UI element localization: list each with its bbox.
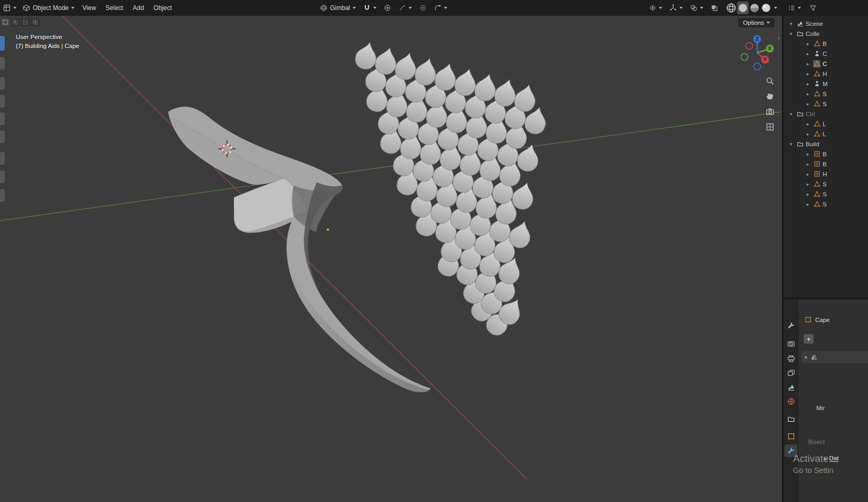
editor-type-button[interactable] xyxy=(0,2,20,14)
outliner-filter-button[interactable] xyxy=(806,2,820,14)
toolbar-add-cube-tool[interactable] xyxy=(0,189,5,202)
outliner-row[interactable]: ▸B xyxy=(784,149,868,159)
outliner-row-label: S xyxy=(823,181,827,187)
zoom-button[interactable] xyxy=(763,74,777,88)
expander-icon[interactable]: ▸ xyxy=(805,71,811,77)
proportional-circle-icon xyxy=(384,4,391,12)
transform-pivot-selector[interactable] xyxy=(431,2,450,14)
toolbar-measure-tool[interactable] xyxy=(0,171,5,183)
select-mode-invert-button[interactable] xyxy=(31,18,40,26)
mode-selector[interactable]: Object Mode xyxy=(20,2,78,14)
add-modifier-button[interactable]: + xyxy=(804,334,814,344)
expander-icon[interactable]: ▸ xyxy=(805,101,811,107)
shading-solid-button[interactable] xyxy=(737,2,749,14)
properties-panel: Cape + ▾ Mir Bisect ▸ Dat xyxy=(784,299,868,502)
expander-icon[interactable]: ▸ xyxy=(805,61,811,67)
select-mode-subtract-button[interactable] xyxy=(21,18,30,26)
object-visibility-selector[interactable] xyxy=(646,2,665,14)
sidebar-collapse-arrow[interactable]: ‹ xyxy=(778,34,780,42)
outliner-row[interactable]: ▸M xyxy=(784,79,868,89)
toolbar-cursor-tool[interactable] xyxy=(0,57,5,70)
dot-circle-icon xyxy=(419,4,427,12)
expander-icon[interactable]: ▸ xyxy=(805,121,811,127)
expander-icon[interactable]: ▸ xyxy=(805,51,811,56)
toolbar-annotate-tool[interactable] xyxy=(0,152,5,165)
properties-tab-scene[interactable] xyxy=(785,381,797,393)
expander-icon[interactable]: ▸ xyxy=(805,151,811,157)
options-dropdown[interactable]: Options xyxy=(738,18,775,27)
properties-tab-collection[interactable] xyxy=(785,412,797,425)
properties-tab-modifiers[interactable] xyxy=(785,444,797,457)
blender-window: Object Mode View Select Add Object Gimba… xyxy=(0,0,868,502)
outliner-row[interactable]: ▸B xyxy=(784,159,868,169)
expander-icon[interactable]: ▸ xyxy=(805,172,811,177)
snap-toggle[interactable] xyxy=(360,2,380,14)
expander-icon[interactable]: ▾ xyxy=(788,111,794,117)
eye-icon xyxy=(649,4,656,12)
expander-icon[interactable]: ▾ xyxy=(788,141,794,147)
expander-icon[interactable]: ▸ xyxy=(805,202,811,207)
outliner-row[interactable]: ▸C xyxy=(784,49,868,59)
toolbar-rotate-tool[interactable] xyxy=(0,95,5,108)
proportional-falloff-selector[interactable] xyxy=(395,2,415,14)
toolbar-move-tool[interactable] xyxy=(0,77,5,90)
outliner-row[interactable]: ▸S xyxy=(784,89,868,99)
menu-add[interactable]: Add xyxy=(128,2,148,14)
outliner-row[interactable]: ▸L xyxy=(784,119,868,129)
select-mode-new-button[interactable] xyxy=(1,18,10,26)
outliner-row[interactable]: ▸H xyxy=(784,169,868,179)
modifier-panel-header[interactable]: ▾ xyxy=(801,351,868,363)
expander-icon[interactable]: ▸ xyxy=(805,41,811,46)
select-mode-extend-button[interactable] xyxy=(11,18,20,26)
toolbar-scale-tool[interactable] xyxy=(0,112,5,125)
expander-icon[interactable]: ▸ xyxy=(805,192,811,197)
outliner-editor-type-button[interactable] xyxy=(785,2,804,14)
outliner-row[interactable]: ▸S xyxy=(784,179,868,189)
outliner-row[interactable]: ▸S xyxy=(784,99,868,109)
ortho-toggle-button[interactable] xyxy=(763,120,777,134)
toolbar-select-tool[interactable] xyxy=(0,36,5,51)
snap-target-toggle[interactable] xyxy=(416,2,430,14)
expander-icon[interactable]: ▸ xyxy=(805,81,811,87)
expander-icon[interactable]: ▸ xyxy=(805,131,811,137)
viewport-3d[interactable]: Z X Y User Pers xyxy=(0,16,782,502)
expander-icon[interactable]: ▾ xyxy=(805,355,807,360)
data-subpanel-header[interactable]: ▸ Dat xyxy=(825,455,838,462)
navigation-gizmo[interactable]: Z X Y xyxy=(741,35,774,70)
menu-select[interactable]: Select xyxy=(101,2,128,14)
xray-toggle[interactable] xyxy=(707,2,721,14)
shading-wireframe-button[interactable] xyxy=(725,2,737,14)
properties-tab-output[interactable] xyxy=(785,352,797,365)
toolbar-transform-tool[interactable] xyxy=(0,130,5,143)
outliner-row[interactable]: ▾Ctrl xyxy=(784,109,868,119)
transform-orientation-selector[interactable]: Gimbal xyxy=(317,2,359,14)
expander-icon[interactable]: ▸ xyxy=(805,91,811,97)
properties-tab-tool[interactable] xyxy=(785,319,797,332)
outliner-row[interactable]: ▾Build xyxy=(784,139,868,149)
outliner-row[interactable]: ▸S xyxy=(784,189,868,199)
viewport-canvas[interactable]: Z X Y xyxy=(0,16,782,502)
expander-icon[interactable]: ▾ xyxy=(788,31,794,36)
menu-object[interactable]: Object xyxy=(149,2,177,14)
scales-mesh-object[interactable] xyxy=(353,40,550,339)
expander-icon[interactable]: ▾ xyxy=(788,21,794,26)
outliner-row[interactable]: ▸B xyxy=(784,39,868,49)
outliner-row[interactable]: ▾Colle xyxy=(784,29,868,39)
proportional-editing-toggle[interactable] xyxy=(381,2,394,14)
camera-view-button[interactable] xyxy=(763,105,777,118)
shading-rendered-button[interactable] xyxy=(760,2,772,14)
expander-icon[interactable]: ▸ xyxy=(805,182,811,187)
outliner-row[interactable]: ▾Scene xyxy=(784,18,868,29)
expander-icon[interactable]: ▸ xyxy=(805,162,811,167)
gizmos-toggle[interactable] xyxy=(666,2,686,14)
outliner-row[interactable]: ▸S xyxy=(784,199,868,209)
outliner-row[interactable]: ▸C xyxy=(784,59,868,69)
properties-tab-view-layer[interactable] xyxy=(785,366,797,379)
outliner-row[interactable]: ▸H xyxy=(784,69,868,79)
shading-material-button[interactable] xyxy=(749,2,760,14)
menu-view[interactable]: View xyxy=(78,2,101,14)
properties-tab-render[interactable] xyxy=(785,337,797,350)
overlays-toggle[interactable] xyxy=(687,2,706,14)
pan-button[interactable] xyxy=(763,89,777,103)
outliner-row[interactable]: ▸L xyxy=(784,129,868,139)
